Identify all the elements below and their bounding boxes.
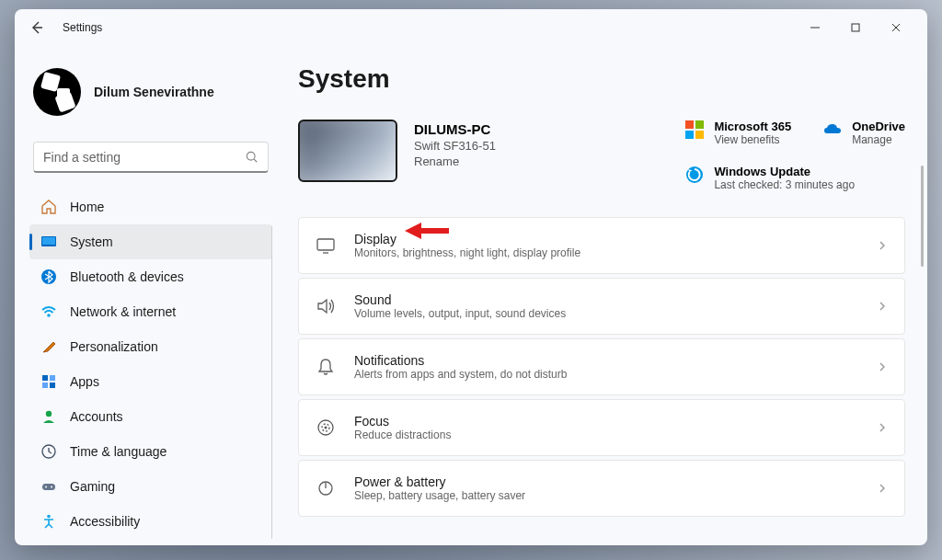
card-sub: Reduce distractions [354, 429, 858, 441]
sidebar-item-label: Time & language [70, 444, 167, 459]
page-title: System [298, 64, 905, 94]
card-display[interactable]: Display Monitors, brightness, night ligh… [298, 217, 905, 274]
profile-name: Dilum Senevirathne [94, 85, 214, 99]
tile-sub[interactable]: Manage [852, 133, 905, 146]
svg-point-10 [46, 411, 52, 417]
card-text: Display Monitors, brightness, night ligh… [354, 232, 858, 259]
tile-onedrive[interactable]: OneDrive Manage [822, 120, 905, 146]
sidebar-item-apps[interactable]: Apps [29, 364, 272, 399]
pc-model: Swift SF316-51 [414, 139, 496, 153]
avatar [33, 68, 81, 116]
scrollbar-thumb[interactable] [921, 166, 924, 267]
search-icon [246, 151, 258, 164]
card-sub: Alerts from apps and system, do not dist… [354, 368, 858, 381]
sidebar-item-network[interactable]: Network & internet [29, 294, 272, 329]
pc-thumbnail[interactable] [298, 120, 397, 182]
minimize-button[interactable] [795, 14, 835, 41]
card-sub: Sleep, battery usage, battery saver [354, 489, 858, 502]
apps-icon [40, 373, 57, 390]
sidebar-item-gaming[interactable]: Gaming [29, 469, 272, 504]
search-input[interactable] [43, 150, 246, 165]
settings-window: Settings Dilum Senevirathne Home [15, 9, 927, 545]
sidebar-item-label: Gaming [70, 479, 115, 494]
sidebar-item-label: Apps [70, 374, 99, 389]
card-sub: Volume levels, output, input, sound devi… [354, 307, 858, 320]
tile-sub[interactable]: Last checked: 3 minutes ago [714, 178, 855, 191]
window-body: Dilum Senevirathne Home System Bluetooth… [15, 46, 927, 545]
home-icon [40, 199, 57, 215]
tile-microsoft365[interactable]: Microsoft 365 View benefits [684, 120, 791, 146]
display-icon [316, 235, 336, 256]
sidebar-item-label: Network & internet [70, 304, 176, 319]
card-text: Notifications Alerts from apps and syste… [354, 353, 858, 381]
sidebar-item-accessibility[interactable]: Accessibility [29, 504, 272, 539]
chevron-right-icon [877, 301, 888, 312]
card-title: Focus [354, 414, 858, 429]
settings-cards: Display Monitors, brightness, night ligh… [298, 217, 905, 517]
sidebar-item-personalization[interactable]: Personalization [29, 329, 272, 364]
bluetooth-icon [40, 269, 57, 285]
card-sub: Monitors, brightness, night light, displ… [354, 246, 858, 259]
svg-rect-3 [42, 237, 55, 245]
sidebar-item-home[interactable]: Home [29, 189, 272, 224]
sidebar-item-label: Accounts [70, 409, 123, 424]
power-icon [316, 478, 336, 498]
tile-text: Microsoft 365 View benefits [714, 120, 791, 146]
svg-rect-0 [852, 24, 859, 31]
svg-point-14 [51, 486, 52, 488]
chevron-right-icon [877, 240, 888, 251]
card-focus[interactable]: Focus Reduce distractions [298, 399, 905, 456]
tile-sub[interactable]: View benefits [714, 133, 791, 146]
focus-icon [316, 417, 336, 438]
card-sound[interactable]: Sound Volume levels, output, input, soun… [298, 278, 905, 335]
tile-title: OneDrive [852, 120, 905, 133]
pc-rename-link[interactable]: Rename [414, 154, 496, 168]
svg-rect-9 [50, 383, 55, 388]
card-title: Display [354, 232, 858, 246]
close-button[interactable] [876, 14, 916, 41]
card-title: Power & battery [354, 474, 858, 489]
back-arrow-icon [29, 20, 44, 35]
sidebar-item-label: Bluetooth & devices [70, 269, 184, 284]
svg-rect-6 [42, 375, 48, 381]
tile-title: Microsoft 365 [714, 120, 791, 133]
gamepad-icon [40, 478, 57, 495]
card-title: Sound [354, 292, 858, 307]
sound-icon [316, 296, 336, 316]
svg-rect-8 [42, 383, 48, 388]
clock-icon [40, 443, 57, 460]
chevron-right-icon [877, 422, 888, 433]
sidebar-item-label: Personalization [70, 339, 158, 354]
svg-rect-12 [42, 484, 55, 490]
profile[interactable]: Dilum Senevirathne [29, 61, 272, 131]
svg-point-15 [47, 515, 51, 519]
back-button[interactable] [26, 17, 48, 39]
sidebar-item-label: System [70, 234, 113, 249]
sidebar: Dilum Senevirathne Home System Bluetooth… [15, 46, 280, 545]
info-tiles: Microsoft 365 View benefits OneDrive Man… [684, 120, 905, 191]
sidebar-item-bluetooth[interactable]: Bluetooth & devices [29, 259, 272, 294]
svg-rect-18 [685, 131, 694, 139]
person-icon [40, 408, 57, 425]
svg-rect-17 [695, 120, 704, 129]
window-controls [795, 14, 916, 41]
tile-windows-update[interactable]: Windows Update Last checked: 3 minutes a… [684, 165, 905, 191]
card-notifications[interactable]: Notifications Alerts from apps and syste… [298, 338, 905, 395]
maximize-button[interactable] [835, 14, 876, 41]
svg-rect-16 [685, 120, 694, 129]
accessibility-icon [40, 513, 57, 530]
sidebar-item-system[interactable]: System [29, 224, 272, 259]
card-text: Power & battery Sleep, battery usage, ba… [354, 474, 858, 502]
svg-point-24 [325, 427, 327, 429]
pc-info-row: DILUMS-PC Swift SF316-51 Rename Microsof… [298, 120, 905, 191]
card-text: Focus Reduce distractions [354, 414, 858, 441]
sidebar-item-time-language[interactable]: Time & language [29, 434, 272, 469]
svg-point-1 [247, 152, 255, 160]
svg-rect-19 [695, 131, 704, 139]
sidebar-item-accounts[interactable]: Accounts [29, 399, 272, 434]
search-box[interactable] [33, 142, 269, 173]
system-icon [40, 234, 57, 250]
card-title: Notifications [354, 353, 858, 368]
card-power-battery[interactable]: Power & battery Sleep, battery usage, ba… [298, 460, 905, 517]
tile-text: OneDrive Manage [852, 120, 905, 146]
